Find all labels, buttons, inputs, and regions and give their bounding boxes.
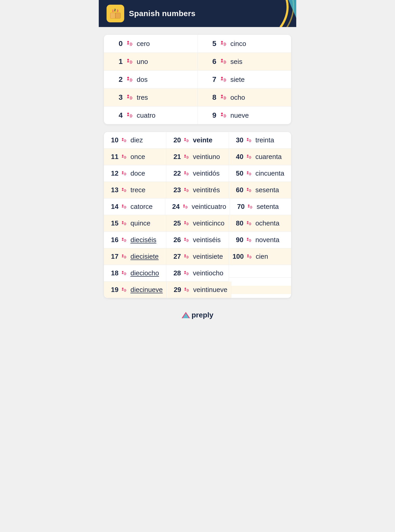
number: 80 xyxy=(233,219,243,227)
speaker-icon[interactable] xyxy=(183,254,190,259)
svg-point-31 xyxy=(122,204,123,206)
speaker-icon[interactable] xyxy=(246,221,252,226)
word: veinte xyxy=(193,136,212,144)
speaker-icon[interactable] xyxy=(246,237,252,243)
word: veintiuno xyxy=(193,153,220,161)
table-row: 18 dieciocho 28 xyxy=(104,265,291,282)
speaker-icon[interactable] xyxy=(121,287,127,292)
speaker-icon[interactable] xyxy=(246,171,252,176)
speaker-icon[interactable] xyxy=(183,237,190,243)
speaker-icon[interactable] xyxy=(220,58,227,65)
speaker-icon[interactable] xyxy=(121,154,127,159)
table-row: 14 catorce 24 xyxy=(104,198,291,215)
number: 15 xyxy=(108,219,118,227)
speaker-icon[interactable] xyxy=(183,154,190,159)
table-row: 12 doce 22 xyxy=(104,165,291,182)
cell-left: 4 cuatro xyxy=(104,107,198,124)
svg-point-25 xyxy=(122,171,123,173)
svg-point-32 xyxy=(183,204,185,206)
table-row: 16 dieciséis 26 xyxy=(104,232,291,248)
speaker-icon[interactable] xyxy=(126,112,134,118)
number: 23 xyxy=(170,186,181,194)
cell-col2: 24 veinticuatro xyxy=(165,198,230,215)
number: 20 xyxy=(170,136,181,144)
table-row: 4 cuatro 9 xyxy=(104,107,291,124)
cell-col2: 21 veintiuno xyxy=(166,149,229,165)
speaker-icon[interactable] xyxy=(126,94,134,101)
word: diecinueve xyxy=(130,286,163,294)
speaker-icon[interactable] xyxy=(220,41,227,47)
number: 10 xyxy=(108,136,118,144)
word: veintisiete xyxy=(193,252,223,261)
table-row: 19 diecinueve 29 xyxy=(104,282,291,298)
table-row: 11 once 21 xyxy=(104,149,291,165)
table-row: 10 diez 20 xyxy=(104,132,291,149)
number: 4 xyxy=(109,111,123,119)
word: veintidós xyxy=(193,169,220,177)
number: 7 xyxy=(203,75,216,84)
svg-point-24 xyxy=(247,155,248,156)
speaker-icon[interactable] xyxy=(183,188,190,193)
number: 2 xyxy=(109,75,123,84)
speaker-icon[interactable] xyxy=(246,188,252,193)
footer: preply xyxy=(104,306,291,327)
speaker-icon[interactable] xyxy=(121,171,127,176)
svg-point-18 xyxy=(221,113,223,115)
word: dieciocho xyxy=(130,269,159,277)
number: 9 xyxy=(203,111,216,119)
speaker-icon[interactable] xyxy=(121,138,127,143)
speaker-icon[interactable] xyxy=(121,237,127,243)
svg-point-30 xyxy=(247,188,248,189)
svg-point-26 xyxy=(185,171,186,173)
speaker-icon[interactable] xyxy=(184,287,190,292)
svg-point-21 xyxy=(247,138,248,139)
preply-logo: preply xyxy=(182,311,213,319)
speaker-icon[interactable] xyxy=(126,58,134,65)
word: dieciséis xyxy=(130,236,156,244)
number: 11 xyxy=(108,153,118,161)
cell-col2: 20 veinte xyxy=(166,132,229,149)
number: 60 xyxy=(233,186,243,194)
speaker-icon[interactable] xyxy=(121,254,127,259)
speaker-icon[interactable] xyxy=(121,221,127,226)
speaker-icon[interactable] xyxy=(121,204,127,209)
speaker-icon[interactable] xyxy=(246,154,252,159)
number: 40 xyxy=(233,153,243,161)
word: sesenta xyxy=(255,186,279,194)
table-10-100: 10 diez 20 xyxy=(104,132,291,298)
svg-point-19 xyxy=(122,138,123,139)
speaker-icon[interactable] xyxy=(220,94,227,101)
speaker-icon[interactable] xyxy=(183,271,190,276)
speaker-icon[interactable] xyxy=(121,271,127,276)
cell-col1: 11 once xyxy=(104,149,166,165)
svg-point-28 xyxy=(122,188,123,189)
speaker-icon[interactable] xyxy=(182,204,189,209)
svg-point-11 xyxy=(127,59,129,61)
speaker-icon[interactable] xyxy=(246,138,252,143)
speaker-icon[interactable] xyxy=(220,76,227,83)
number: 6 xyxy=(203,57,216,66)
speaker-icon[interactable] xyxy=(121,188,127,193)
number: 30 xyxy=(233,136,243,144)
cell-col3: 40 cuarenta xyxy=(229,149,291,165)
svg-point-43 xyxy=(122,271,123,272)
speaker-icon[interactable] xyxy=(126,76,134,83)
svg-point-37 xyxy=(122,238,123,239)
cell-col3: 80 ochenta xyxy=(229,215,291,232)
speaker-icon[interactable] xyxy=(183,171,190,176)
word: ocho xyxy=(231,94,245,102)
number: 70 xyxy=(234,203,245,211)
speaker-icon[interactable] xyxy=(246,254,253,259)
table-row: 15 quince 25 xyxy=(104,215,291,232)
speaker-icon[interactable] xyxy=(247,204,253,209)
word: setenta xyxy=(256,203,279,211)
speaker-icon[interactable] xyxy=(126,41,134,47)
speaker-icon[interactable] xyxy=(220,112,227,118)
cell-col2: 29 veintinueve xyxy=(167,282,231,298)
word: veintitrés xyxy=(193,186,220,194)
svg-point-29 xyxy=(185,188,186,189)
speaker-icon[interactable] xyxy=(183,221,190,226)
speaker-icon[interactable] xyxy=(183,138,190,143)
table-row: 13 trece 23 xyxy=(104,182,291,198)
cell-left: 3 tres xyxy=(104,89,198,107)
